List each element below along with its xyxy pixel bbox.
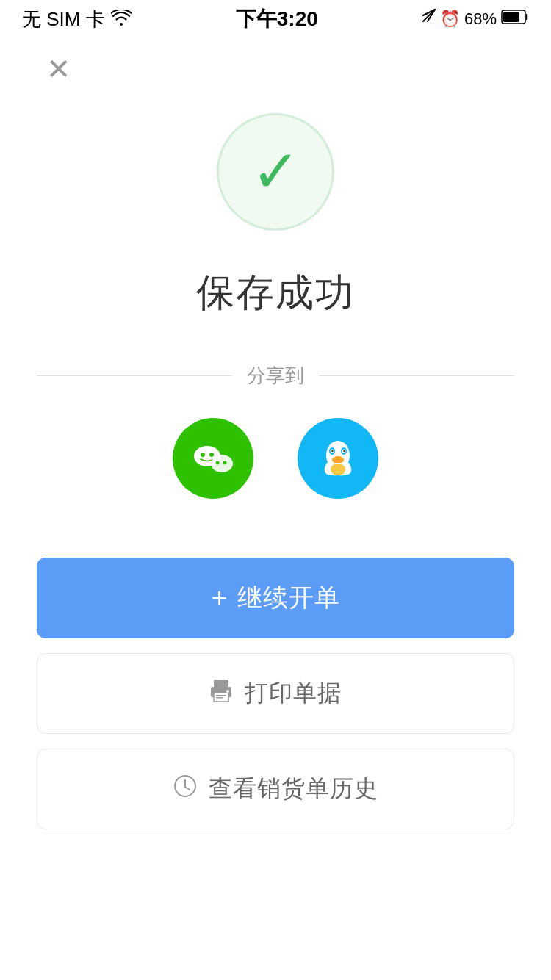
svg-point-3: [201, 453, 205, 457]
qq-share-button[interactable]: [298, 418, 378, 499]
history-button-label: 查看销货单历史: [209, 773, 378, 805]
printer-icon: [209, 680, 233, 707]
divider-right: [319, 375, 514, 376]
print-button-label: 打印单据: [245, 677, 342, 710]
close-x-icon: ✕: [46, 54, 71, 84]
svg-point-14: [343, 450, 345, 451]
main-content: ✕ ✓ 保存成功 分享到: [0, 32, 551, 829]
svg-point-5: [211, 455, 233, 472]
status-left: 无 SIM 卡: [22, 7, 132, 32]
clock-icon: [173, 774, 197, 804]
wechat-share-button[interactable]: [173, 418, 253, 499]
svg-rect-1: [503, 12, 519, 22]
svg-point-4: [209, 453, 214, 457]
svg-point-16: [331, 464, 345, 475]
close-button[interactable]: ✕: [37, 47, 81, 91]
status-time: 下午3:20: [236, 5, 318, 33]
svg-rect-17: [214, 680, 228, 687]
share-section: 分享到: [37, 363, 514, 389]
continue-button[interactable]: + 继续开单: [37, 558, 514, 638]
svg-point-13: [331, 450, 333, 451]
svg-point-22: [226, 690, 229, 693]
svg-rect-21: [216, 697, 223, 699]
svg-rect-20: [216, 695, 226, 696]
divider-left: [37, 375, 232, 376]
continue-button-label: 继续开单: [237, 581, 340, 615]
svg-point-15: [332, 456, 344, 464]
history-button[interactable]: 查看销货单历史: [37, 749, 514, 829]
share-icons-row: [173, 418, 378, 499]
checkmark-icon: ✓: [251, 143, 300, 201]
status-right: ⏰ 68%: [422, 9, 529, 29]
battery-icon: [501, 10, 529, 29]
no-sim-text: 无 SIM 卡: [22, 7, 105, 32]
battery-text: 68%: [464, 10, 497, 29]
share-label: 分享到: [247, 363, 304, 389]
status-bar: 无 SIM 卡 下午3:20 ⏰ 68%: [0, 0, 551, 32]
alarm-icon: ⏰: [440, 10, 460, 29]
wifi-icon: [111, 8, 132, 31]
location-icon: [422, 9, 436, 29]
action-buttons: + 继续开单 打印单据: [37, 558, 514, 829]
svg-point-6: [216, 461, 220, 465]
svg-point-7: [223, 461, 227, 465]
plus-icon: +: [211, 583, 228, 614]
success-circle: ✓: [217, 113, 334, 231]
success-title: 保存成功: [196, 267, 355, 319]
print-button[interactable]: 打印单据: [37, 653, 514, 734]
